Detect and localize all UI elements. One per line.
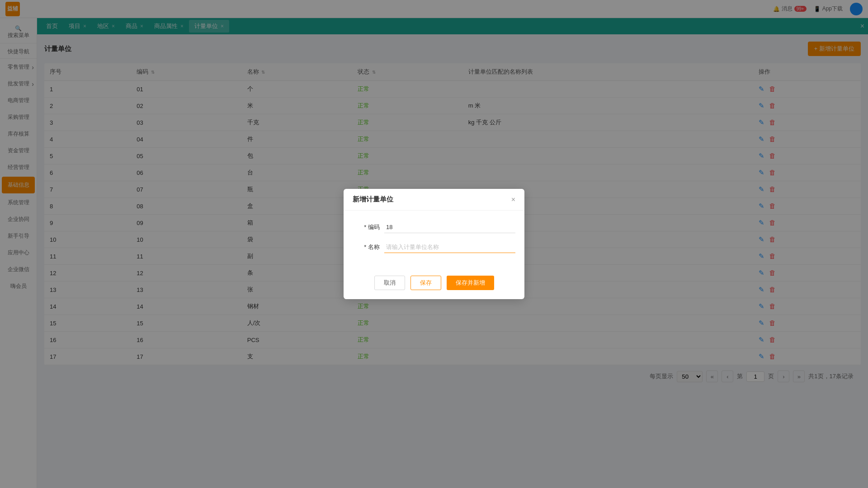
modal-header: 新增计量单位 × <box>344 189 524 211</box>
modal-overlay[interactable]: 新增计量单位 × * 编码 * 名称 取消 保存 保存并新增 <box>0 0 868 488</box>
name-label: * 名称 <box>353 243 380 251</box>
code-label: * 编码 <box>353 223 380 231</box>
form-row-code: * 编码 <box>353 221 515 233</box>
cancel-button[interactable]: 取消 <box>374 276 405 290</box>
code-input[interactable] <box>384 221 515 233</box>
modal-title: 新增计量单位 <box>353 195 393 204</box>
save-new-button[interactable]: 保存并新增 <box>447 276 494 290</box>
add-unit-modal: 新增计量单位 × * 编码 * 名称 取消 保存 保存并新增 <box>344 189 524 299</box>
save-button[interactable]: 保存 <box>410 276 441 290</box>
modal-body: * 编码 * 名称 <box>344 211 524 270</box>
modal-close-icon[interactable]: × <box>511 196 515 204</box>
form-row-name: * 名称 <box>353 241 515 253</box>
name-input[interactable] <box>384 241 515 253</box>
modal-footer: 取消 保存 保存并新增 <box>344 270 524 299</box>
